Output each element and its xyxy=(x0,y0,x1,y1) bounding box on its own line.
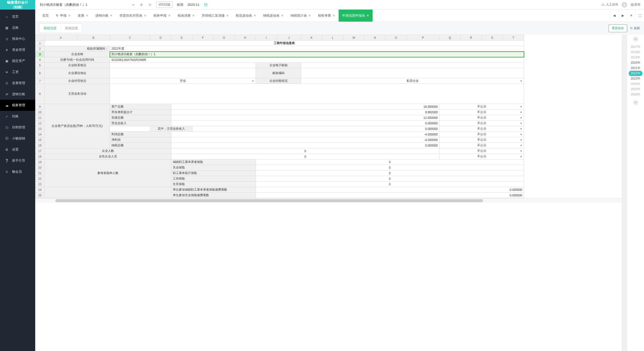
corner-cell[interactable] xyxy=(35,35,45,41)
close-icon[interactable]: ✕ xyxy=(254,14,256,17)
emp-value-17[interactable]: 0 xyxy=(171,148,439,154)
col-header-E[interactable]: E xyxy=(171,35,192,41)
ins-value-20[interactable]: 0 xyxy=(256,165,524,170)
row-header-1[interactable]: 1 xyxy=(35,41,45,46)
subtab-0[interactable]: 基础信息 xyxy=(39,24,61,33)
col-header-T[interactable]: T xyxy=(503,35,524,41)
sidebar-item-0[interactable]: ⌂首页 xyxy=(0,11,35,22)
support-link[interactable]: 人工咨询 xyxy=(601,3,618,7)
company-name-value[interactable]: 刘小艳演示账套（勿删勿动！）1 xyxy=(110,52,524,57)
publish-17[interactable]: 不公示 xyxy=(439,148,524,154)
sidebar-item-1[interactable]: ▦总账 xyxy=(0,22,35,33)
gear-icon[interactable] xyxy=(148,3,152,7)
close-icon[interactable]: ✕ xyxy=(168,14,171,17)
year-2021年[interactable]: 2021年 xyxy=(629,65,642,71)
row-header-6[interactable]: 6 xyxy=(35,68,45,78)
tab-11[interactable]: 税检专家✕ xyxy=(314,10,339,22)
close-icon[interactable]: ✕ xyxy=(144,14,146,17)
row-header-23[interactable]: 23 xyxy=(35,182,45,187)
sidebar-item-5[interactable]: ⛯工资 xyxy=(0,66,35,78)
phone-value[interactable] xyxy=(110,63,256,68)
asset-value-14[interactable]: -4.000000 xyxy=(171,132,439,137)
publish-16[interactable]: 不公示 xyxy=(439,143,524,148)
col-header-S[interactable]: S xyxy=(482,35,503,41)
publish-9[interactable]: 不公示 xyxy=(439,104,524,110)
asset-value-15[interactable]: -4.000000 xyxy=(171,137,439,143)
sidebar-item-2[interactable]: ⫼报表中心 xyxy=(0,33,35,44)
row-header-19[interactable]: 19 xyxy=(35,159,45,165)
row-header-9[interactable]: 9 xyxy=(35,104,45,110)
tab-10[interactable]: 纳税统计表✕ xyxy=(287,10,314,22)
row-header-16[interactable]: 16 xyxy=(35,143,45,148)
ins-value-19[interactable]: 0 xyxy=(256,159,524,165)
sidebar-item-13[interactable]: ❔新手引导 xyxy=(0,155,35,166)
sidebar-item-4[interactable]: ▣固定资产 xyxy=(0,55,35,66)
status-value[interactable]: 开业 xyxy=(110,78,256,84)
col-header-O[interactable]: O xyxy=(386,35,407,41)
tab-scroll-right[interactable]: ▶ xyxy=(618,10,627,22)
sidebar-item-7[interactable]: ⇄进销台账 xyxy=(0,89,35,100)
row-header-10[interactable]: 10 xyxy=(35,110,45,115)
sidebar-item-8[interactable]: ☁税务管理 xyxy=(0,100,35,111)
sidebar-item-6[interactable]: ⎙发票管理 xyxy=(0,78,35,89)
holding-value[interactable]: 私营企业 xyxy=(301,78,524,84)
asset-value-12[interactable]: 0.000000 xyxy=(171,121,439,126)
year-up-button[interactable] xyxy=(633,36,638,42)
sidebar-item-9[interactable]: ✓结账 xyxy=(0,111,35,122)
user-name[interactable]: 徐泽华 xyxy=(631,3,640,7)
col-header-G[interactable]: G xyxy=(214,35,235,41)
publish-11[interactable]: 不公示 xyxy=(439,115,524,121)
main-biz-value[interactable] xyxy=(110,84,524,104)
row-header-11[interactable]: 11 xyxy=(35,115,45,121)
row-header-25[interactable]: 25 xyxy=(35,193,45,198)
row-header-24[interactable]: 24 xyxy=(35,187,45,193)
year-down-button[interactable] xyxy=(633,100,638,105)
sidebar-item-14[interactable]: V畅会员 xyxy=(0,166,35,177)
asset-value-13[interactable]: 0.000000 xyxy=(192,126,439,132)
col-header-I[interactable]: I xyxy=(256,35,277,41)
close-icon[interactable]: ✕ xyxy=(192,14,195,17)
publish-18[interactable]: 不公示 xyxy=(439,154,524,159)
tab-7[interactable]: 所得税汇算清缴✕ xyxy=(198,10,232,22)
tab-9[interactable]: 纳税波动表✕ xyxy=(260,10,287,22)
col-header-D[interactable]: D xyxy=(150,35,171,41)
base-value-24[interactable]: 0.000000 xyxy=(256,187,524,193)
emp-value-18[interactable]: 0 xyxy=(171,154,439,159)
calendar-icon[interactable] xyxy=(204,3,208,7)
col-header-L[interactable]: L xyxy=(322,35,343,41)
tab-3[interactable]: 进销台账✕ xyxy=(92,10,116,22)
year-2020年[interactable]: 2020年 xyxy=(629,60,642,65)
uscc-value[interactable]: 91320811MA7NGR2W6R xyxy=(110,57,524,63)
tab-5[interactable]: 税务申报✕ xyxy=(150,10,174,22)
col-header-J[interactable]: J xyxy=(277,35,301,41)
address-value[interactable] xyxy=(110,68,256,78)
row-header-4[interactable]: 4 xyxy=(35,57,45,63)
col-header-K[interactable]: K xyxy=(301,35,322,41)
account-name[interactable]: 刘小艳演示账套（勿删勿动！）1 xyxy=(40,3,87,7)
col-header-M[interactable]: M xyxy=(343,35,365,41)
tab-6[interactable]: 税表清册✕ xyxy=(174,10,198,22)
col-header-Q[interactable]: Q xyxy=(439,35,461,41)
asset-value-16[interactable]: 0.000000 xyxy=(171,143,439,148)
sidebar-item-12[interactable]: ⚙设置 xyxy=(0,144,35,155)
row-header-20[interactable]: 20 xyxy=(35,165,45,170)
row-header-7[interactable]: 7 xyxy=(35,78,45,84)
row-header-21[interactable]: 21 xyxy=(35,170,45,176)
refresh-button[interactable]: ↻ 刷新 xyxy=(630,26,640,30)
row-header-5[interactable]: 5 xyxy=(35,63,45,68)
base-value-25[interactable]: 0.000000 xyxy=(256,193,524,198)
col-header-B[interactable]: B xyxy=(77,35,110,41)
sidebar-item-3[interactable]: ¥资金管理 xyxy=(0,44,35,55)
publish-12[interactable]: 不公示 xyxy=(439,121,524,126)
publish-15[interactable]: 不公示 xyxy=(439,137,524,143)
tab-4[interactable]: 存货别名对照表✕ xyxy=(116,10,150,22)
asset-value-9[interactable]: 18.050000 xyxy=(171,104,439,110)
zip-value[interactable] xyxy=(301,68,524,78)
tab-1[interactable]: ↻申报✕ xyxy=(52,10,74,22)
sidebar-item-11[interactable]: ⓒ小畅报销 xyxy=(0,133,35,144)
period-value[interactable]: 2023-11 xyxy=(187,3,199,7)
tab-scroll-left[interactable]: ◀ xyxy=(610,10,618,22)
close-icon[interactable]: ✕ xyxy=(226,14,229,17)
row-header-22[interactable]: 22 xyxy=(35,176,45,182)
period-value[interactable]: 2022年度 xyxy=(110,46,524,52)
